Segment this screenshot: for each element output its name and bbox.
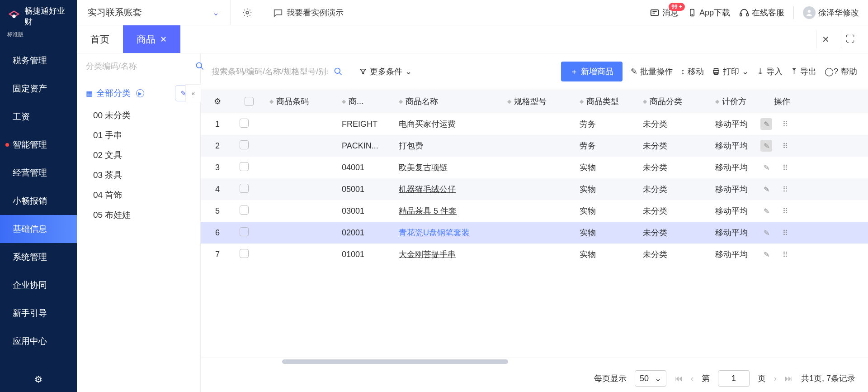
col-code[interactable]: ◆商... xyxy=(336,96,393,107)
more-conditions[interactable]: 更多条件 ⌄ xyxy=(359,66,412,77)
tab-products[interactable]: 商品 ✕ xyxy=(123,25,180,53)
horizontal-scrollbar[interactable] xyxy=(201,358,868,365)
last-page-icon[interactable]: ⏭ xyxy=(785,374,793,383)
more-row-icon[interactable]: ⠿ xyxy=(779,205,791,217)
more-row-icon[interactable]: ⠿ xyxy=(779,183,791,195)
edit-row-icon[interactable]: ✎ xyxy=(760,183,772,195)
page-size-select[interactable]: 50 ⌄ xyxy=(635,370,666,387)
col-type[interactable]: ◆商品类型 xyxy=(574,96,637,107)
sidebar-item[interactable]: 固定资产 xyxy=(0,75,77,103)
category-item[interactable]: 02 文具 xyxy=(93,149,200,161)
product-name-link[interactable]: 青花瓷U盘钢笔套装 xyxy=(399,228,470,237)
select-all-checkbox[interactable] xyxy=(245,97,254,106)
export-action[interactable]: ⤒导出 xyxy=(791,66,816,77)
play-icon[interactable]: ▶ xyxy=(136,89,144,97)
row-checkbox[interactable] xyxy=(240,249,249,258)
column-settings-icon[interactable]: ⚙ xyxy=(214,96,221,106)
more-row-icon[interactable]: ⠿ xyxy=(779,249,791,260)
page-number-input[interactable] xyxy=(718,370,750,387)
product-name-link[interactable]: 大金刚菩提手串 xyxy=(399,250,456,259)
pagination: 每页显示 50 ⌄ ⏮ ‹ 第 页 › ⏭ 共1页, 7条记录 xyxy=(201,365,868,392)
col-price[interactable]: ◆计价方 xyxy=(710,96,755,107)
account-name: 实习联系账套 xyxy=(88,6,142,19)
user-menu[interactable]: 徐泽华修改 xyxy=(803,6,859,19)
sidebar-item[interactable]: 经营管理 xyxy=(0,159,77,187)
search-icon[interactable] xyxy=(334,67,343,76)
category-item[interactable]: 03 茶具 xyxy=(93,169,200,181)
sidebar-item[interactable]: 基础信息 xyxy=(0,215,77,243)
messages-action[interactable]: 消息 99 + xyxy=(650,7,679,18)
account-settings-icon[interactable] xyxy=(240,5,255,20)
sidebar-item[interactable]: 应用中心 xyxy=(0,327,77,355)
new-product-button[interactable]: ＋ 新增商品 xyxy=(561,62,623,81)
row-checkbox[interactable] xyxy=(240,162,249,171)
avatar-icon xyxy=(803,6,816,19)
product-search-input[interactable] xyxy=(212,67,328,76)
collapse-panel-icon[interactable]: « xyxy=(185,84,201,102)
import-action[interactable]: ⤓导入 xyxy=(757,66,783,77)
edit-row-icon[interactable]: ✎ xyxy=(760,118,772,130)
more-row-icon[interactable]: ⠿ xyxy=(779,162,791,173)
table-row[interactable]: 602001青花瓷U盘钢笔套装实物未分类移动平均✎⠿ xyxy=(201,222,868,244)
sidebar-item[interactable]: 系统管理 xyxy=(0,243,77,271)
table-row[interactable]: 701001大金刚菩提手串实物未分类移动平均✎⠿ xyxy=(201,244,868,265)
sidebar-item[interactable]: 新手引导 xyxy=(0,299,77,327)
sidebar: 畅捷通好业财 标准版 税务管理固定资产工资智能管理经营管理小畅报销基础信息系统管… xyxy=(0,0,77,392)
search-icon[interactable] xyxy=(195,62,204,71)
prev-page-icon[interactable]: ‹ xyxy=(691,374,693,383)
table-row[interactable]: 405001机器猫毛绒公仔实物未分类移动平均✎⠿ xyxy=(201,178,868,200)
app-download-action[interactable]: App下载 xyxy=(688,7,730,18)
table-row[interactable]: 503001精品茶具 5 件套实物未分类移动平均✎⠿ xyxy=(201,200,868,222)
edit-row-icon[interactable]: ✎ xyxy=(760,162,772,173)
product-name-link[interactable]: 欧美复古项链 xyxy=(399,163,448,172)
category-item[interactable]: 05 布娃娃 xyxy=(93,209,200,221)
col-spec[interactable]: ◆规格型号 xyxy=(502,96,574,107)
row-checkbox[interactable] xyxy=(240,227,249,236)
batch-action[interactable]: ✎批量操作 xyxy=(631,66,673,77)
close-all-tabs-icon[interactable]: ✕ xyxy=(816,30,835,48)
category-all[interactable]: ▦ 全部分类 ▶ ✎ xyxy=(77,79,200,108)
help-action[interactable]: ◯?帮助 xyxy=(825,66,857,77)
sidebar-item[interactable]: 税务管理 xyxy=(0,47,77,75)
col-barcode[interactable]: ◆商品条码 xyxy=(264,96,336,107)
first-page-icon[interactable]: ⏮ xyxy=(675,374,683,383)
sidebar-item[interactable]: 小畅报销 xyxy=(0,187,77,215)
category-item[interactable]: 00 未分类 xyxy=(93,110,200,121)
col-name[interactable]: ◆商品名称 xyxy=(393,96,502,107)
account-selector[interactable]: 实习联系账套 ⌄ xyxy=(77,0,231,25)
row-checkbox[interactable] xyxy=(240,206,249,215)
sidebar-item[interactable]: 企业协同 xyxy=(0,271,77,299)
sidebar-item[interactable]: 智能管理 xyxy=(0,131,77,159)
category-item[interactable]: 04 首饰 xyxy=(93,189,200,201)
more-row-icon[interactable]: ⠿ xyxy=(779,140,791,152)
sidebar-item[interactable]: 工资 xyxy=(0,103,77,131)
print-action[interactable]: 打印⌄ xyxy=(712,66,749,77)
page-summary: 共1页, 7条记录 xyxy=(801,373,855,384)
col-cat[interactable]: ◆商品分类 xyxy=(637,96,710,107)
fullscreen-icon[interactable]: ⛶ xyxy=(841,30,859,48)
next-page-icon[interactable]: › xyxy=(774,374,777,383)
move-action[interactable]: ↕移动 xyxy=(681,66,704,77)
edit-row-icon[interactable]: ✎ xyxy=(760,227,772,239)
table-row[interactable]: 1FREIGHT电商买家付运费劳务未分类移动平均✎⠿ xyxy=(201,113,868,135)
tab-home[interactable]: 首页 xyxy=(77,25,123,53)
service-action[interactable]: 在线客服 xyxy=(739,7,784,18)
edit-row-icon[interactable]: ✎ xyxy=(760,205,772,217)
category-search-input[interactable] xyxy=(86,62,191,71)
edit-row-icon[interactable]: ✎ xyxy=(760,249,772,260)
row-checkbox[interactable] xyxy=(240,119,249,128)
demo-link[interactable]: 我要看实例演示 xyxy=(273,7,344,18)
product-name-link[interactable]: 机器猫毛绒公仔 xyxy=(399,185,456,194)
more-row-icon[interactable]: ⠿ xyxy=(779,118,791,130)
settings-gear-icon[interactable]: ⚙ xyxy=(34,374,42,384)
edit-row-icon[interactable]: ✎ xyxy=(760,140,772,152)
close-icon[interactable]: ✕ xyxy=(160,34,167,44)
row-checkbox[interactable] xyxy=(240,184,249,193)
more-row-icon[interactable]: ⠿ xyxy=(779,227,791,239)
category-item[interactable]: 01 手串 xyxy=(93,129,200,141)
product-name-link[interactable]: 精品茶具 5 件套 xyxy=(399,206,457,215)
table-row[interactable]: 304001欧美复古项链实物未分类移动平均✎⠿ xyxy=(201,157,868,178)
side-menu: 税务管理固定资产工资智能管理经营管理小畅报销基础信息系统管理企业协同新手引导应用… xyxy=(0,43,77,367)
row-checkbox[interactable] xyxy=(240,140,249,149)
table-row[interactable]: 2PACKIN...打包费劳务未分类移动平均✎⠿ xyxy=(201,135,868,157)
